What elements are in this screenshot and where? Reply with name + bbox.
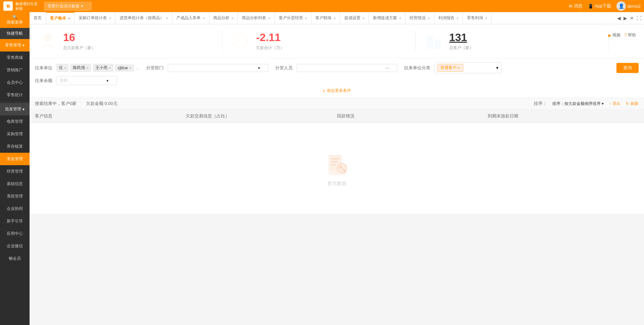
tab-close-improvement[interactable]: ×	[362, 16, 364, 20]
arrow-icon-wholesale: ▾	[23, 107, 25, 112]
remove-category-tag[interactable]: ×	[458, 66, 460, 70]
sidebar-item-operations[interactable]: 经营管理	[0, 165, 30, 178]
tab-close-production[interactable]: ×	[203, 16, 205, 20]
tab-close-new-plan[interactable]: ×	[399, 16, 401, 20]
tab-close-purchase-orders[interactable]: ×	[109, 16, 111, 20]
tab-close-product-list[interactable]: ×	[268, 16, 270, 20]
balance-placeholder: 选择...	[59, 78, 71, 83]
balance-select[interactable]: 选择... ▾	[56, 76, 117, 85]
tab-maximize[interactable]: ⛶	[637, 15, 641, 21]
results-actions: 排序： 排序：按欠款金额倒序排序 ▾ ↑ 导出 ↻ 刷新	[534, 101, 639, 107]
tab-close-customer-contact[interactable]: ×	[334, 16, 336, 20]
download-icon: 📱	[588, 4, 593, 9]
dept-label: 分管部门	[146, 65, 164, 71]
tab-purchase-stats[interactable]: 进货单统计表（按商品） ×	[116, 12, 172, 24]
tab-close-product-analysis[interactable]: ×	[231, 16, 233, 20]
tab-close-profit[interactable]: ×	[457, 16, 459, 20]
sidebar-item-inventory[interactable]: 库存核算	[0, 140, 30, 153]
sidebar-item-vip-member[interactable]: 畅会员	[0, 252, 30, 265]
tab-purchase-orders[interactable]: 采购订单统计表 ×	[75, 12, 115, 24]
tab-retail-profit[interactable]: 零售利润 ×	[463, 12, 491, 24]
dept-select[interactable]: ▾	[168, 64, 268, 72]
tab-close-retail-profit[interactable]: ×	[485, 16, 487, 20]
sidebar-item-marketing[interactable]: 营销推广	[0, 64, 30, 76]
filter-more-btn[interactable]: ...	[136, 65, 139, 70]
collapse-btn[interactable]: ∧ 收起更多条件	[35, 88, 639, 94]
sidebar-item-new-guide[interactable]: 新手引导	[0, 215, 30, 227]
unit-label: 往来单位	[35, 65, 52, 71]
avatar: 👤	[616, 1, 626, 11]
category-filter-tag: 普通客户 ×	[437, 64, 463, 72]
sidebar-item-member-center[interactable]: 会员中心	[0, 76, 30, 89]
tab-home[interactable]: 首页	[30, 12, 46, 24]
stat-debt-label: 欠款合计（万）	[256, 45, 284, 51]
person-select[interactable]: ···	[297, 64, 397, 72]
tab-customer-accounts[interactable]: 客户账本 ×	[46, 12, 75, 24]
tab-close-operations[interactable]: ×	[428, 16, 430, 20]
sidebar-search[interactable]: 🔍 搜索菜单	[0, 12, 30, 28]
tab-customer-contact[interactable]: 客户联络 ×	[311, 12, 340, 24]
svg-point-0	[44, 34, 52, 42]
tab-profit-report[interactable]: 利润报告 ×	[434, 12, 463, 24]
sidebar-item-app-center[interactable]: 应用中心	[0, 227, 30, 240]
svg-rect-5	[428, 38, 430, 40]
tab-new-improvement-plan[interactable]: 新增提成方案 ×	[369, 12, 405, 24]
sidebar-item-ecommerce[interactable]: 电商管理	[0, 115, 30, 128]
sidebar-item-retail-mgmt[interactable]: 零售管理 ▾	[0, 39, 30, 51]
store-selector[interactable]: 母婴行业演示账套 ▾	[44, 2, 91, 10]
tab-close-customer-accounts[interactable]: ×	[68, 16, 70, 21]
message-icon: ✉	[569, 4, 572, 9]
sidebar-item-basic-info[interactable]: 基础信息	[0, 178, 30, 190]
sidebar-item-enterprise-coop[interactable]: 企业协同	[0, 203, 30, 215]
tab-scroll-left[interactable]: ◀	[617, 15, 621, 21]
sidebar-item-finance[interactable]: 资金管理	[0, 153, 30, 165]
tab-operations-status[interactable]: 经营情况 ×	[405, 12, 434, 24]
tabs-controls: ◀ ▶ ✕ ⛶	[614, 15, 644, 21]
data-table: 客户信息 欠款交易信息（占比） 回款情况 到期未放款日期	[30, 110, 644, 214]
sidebar-item-enterprise-wechat[interactable]: 企业微信	[0, 240, 30, 252]
message-btn[interactable]: ✉ 消息	[569, 3, 583, 9]
tab-product-analysis[interactable]: 商品分析 ×	[209, 12, 238, 24]
empty-state-icon	[324, 150, 350, 177]
svg-point-1	[234, 34, 247, 48]
tab-improvement-settings[interactable]: 提成设置 ×	[340, 12, 369, 24]
svg-rect-6	[431, 38, 433, 40]
svg-rect-4	[434, 39, 441, 49]
remove-tag-2[interactable]: ×	[109, 66, 111, 70]
sidebar-item-wholesale-mgmt[interactable]: 批发管理 ▾	[0, 103, 30, 115]
top-bar: 畅 畅捷通好生意 标版 母婴行业演示账套 ▾ ✉ 消息 📱 App下载	[0, 0, 644, 12]
tab-close-customer-segment[interactable]: ×	[305, 16, 307, 20]
sidebar-item-retail-shop[interactable]: 零售商城	[0, 51, 30, 64]
store-selector-area: 母婴行业演示账套 ▾	[41, 2, 569, 10]
sidebar-item-retail-stats[interactable]: 零售统计	[0, 89, 30, 101]
user-avatar-btn[interactable]: 👤 demo2	[616, 1, 641, 11]
sidebar-item-purchase[interactable]: 采购管理	[0, 128, 30, 140]
refresh-btn[interactable]: ↻ 刷新	[626, 101, 639, 107]
sidebar-quick-nav[interactable]: 快捷导航	[0, 28, 30, 39]
export-btn[interactable]: ↑ 导出	[609, 101, 620, 107]
svg-point-13	[340, 166, 342, 169]
stat-block-total-customers: 131 总客户（家）	[416, 31, 608, 51]
remove-tag-0[interactable]: ×	[64, 66, 66, 70]
svg-rect-11	[331, 164, 336, 166]
filter-tag-1: 陈民强 ×	[71, 64, 91, 72]
tab-close-all[interactable]: ✕	[630, 15, 634, 21]
app-download-btn[interactable]: 📱 App下载	[588, 3, 611, 9]
tab-production-inbound[interactable]: 产成品入库单 ×	[172, 12, 209, 24]
sidebar-item-system[interactable]: 系统管理	[0, 190, 30, 203]
filter-tag-3: cjttcw ×	[115, 65, 133, 71]
svg-rect-9	[331, 158, 340, 159]
video-link[interactable]: ▶ 视频	[608, 32, 620, 38]
tab-close-purchase-stats[interactable]: ×	[166, 16, 168, 20]
col-debt-info: 欠款交易信息（占比）	[186, 113, 337, 119]
tab-customer-segment[interactable]: 客户分层经营 ×	[275, 12, 311, 24]
sort-select[interactable]: 排序：按欠款金额倒序排序 ▾	[552, 101, 604, 107]
tabs-bar: 首页 客户账本 × 采购订单统计表 × 进货单统计表（按商品） × 产成品入库单…	[30, 12, 644, 24]
remove-tag-1[interactable]: ×	[86, 66, 88, 70]
category-dropdown[interactable]: ▾	[496, 65, 499, 70]
query-button[interactable]: 查询	[616, 63, 639, 73]
remove-tag-3[interactable]: ×	[129, 66, 131, 70]
tab-product-analysis-list[interactable]: 商品分析列表 ×	[238, 12, 274, 24]
tab-scroll-right[interactable]: ▶	[624, 15, 627, 21]
help-link[interactable]: ? 帮助	[625, 32, 636, 38]
